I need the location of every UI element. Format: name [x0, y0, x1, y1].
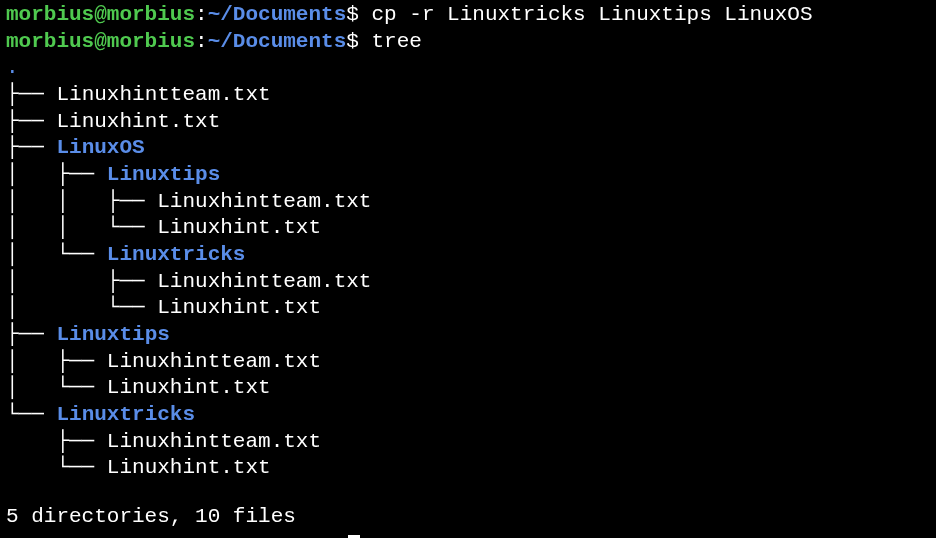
tree-item: │ ├── Linuxtips [6, 162, 930, 189]
tree-item: ├── Linuxhintteam.txt [6, 82, 930, 109]
tree-item: ├── LinuxOS [6, 135, 930, 162]
command-cp: cp -r Linuxtricks Linuxtips LinuxOS [371, 3, 812, 26]
cursor-line[interactable]: xxxxxxxxxxxxxxxxxxxxxxxxxxx [6, 530, 930, 538]
file-label: Linuxhintteam.txt [107, 430, 321, 453]
file-label: Linuxhint.txt [157, 216, 321, 239]
tree-summary: 5 directories, 10 files [6, 504, 930, 531]
prompt-path: ~/Documents [208, 30, 347, 53]
dir-label: LinuxOS [56, 136, 144, 159]
prompt-user: morbius@morbius [6, 3, 195, 26]
tree-item: │ └── Linuxtricks [6, 242, 930, 269]
tree-item: │ ├── Linuxhintteam.txt [6, 269, 930, 296]
tree-item: ├── Linuxtips [6, 322, 930, 349]
prompt-line-1: morbius@morbius:~/Documents$ cp -r Linux… [6, 2, 930, 29]
command-tree: tree [371, 30, 421, 53]
file-label: Linuxhint.txt [56, 110, 220, 133]
tree-item: │ ├── Linuxhintteam.txt [6, 349, 930, 376]
prompt-line-2: morbius@morbius:~/Documents$ tree [6, 29, 930, 56]
tree-item: └── Linuxhint.txt [6, 455, 930, 482]
tree-item: ├── Linuxhint.txt [6, 109, 930, 136]
file-label: Linuxhintteam.txt [157, 190, 371, 213]
prompt-path: ~/Documents [208, 3, 347, 26]
file-label: Linuxhintteam.txt [107, 350, 321, 373]
file-label: Linuxhint.txt [157, 296, 321, 319]
tree-item: │ │ ├── Linuxhintteam.txt [6, 189, 930, 216]
file-label: Linuxhintteam.txt [56, 83, 270, 106]
prompt-user: morbius@morbius [6, 30, 195, 53]
dir-label: Linuxtips [56, 323, 169, 346]
tree-item: │ └── Linuxhint.txt [6, 375, 930, 402]
file-label: Linuxhintteam.txt [157, 270, 371, 293]
tree-item: │ │ └── Linuxhint.txt [6, 215, 930, 242]
file-label: Linuxhint.txt [107, 376, 271, 399]
dir-label: Linuxtricks [107, 243, 246, 266]
dir-label: Linuxtricks [56, 403, 195, 426]
tree-item: ├── Linuxhintteam.txt [6, 429, 930, 456]
dir-label: Linuxtips [107, 163, 220, 186]
tree-root: . [6, 55, 930, 82]
tree-item: └── Linuxtricks [6, 402, 930, 429]
tree-item: │ └── Linuxhint.txt [6, 295, 930, 322]
file-label: Linuxhint.txt [107, 456, 271, 479]
